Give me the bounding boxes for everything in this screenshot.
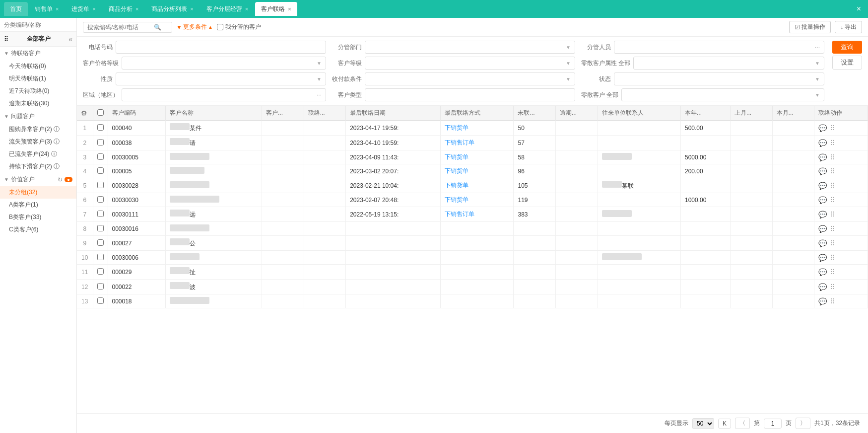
menu-icon-8[interactable]: ⠿ bbox=[830, 225, 835, 233]
row-check-11[interactable] bbox=[93, 265, 108, 280]
sidebar-item-overdue[interactable]: 逾期未联络(30) bbox=[0, 97, 76, 110]
refresh-icon[interactable]: ↻ bbox=[58, 176, 63, 183]
my-customers-checkbox[interactable]: 我分管的客户 bbox=[217, 23, 261, 31]
sidebar-search-input[interactable] bbox=[4, 21, 77, 28]
next-page-button[interactable]: 〉 bbox=[796, 418, 810, 429]
sidebar-item-tomorrow[interactable]: 明天待联络(1) bbox=[0, 72, 76, 85]
menu-icon-5[interactable]: ⠿ bbox=[830, 182, 835, 190]
sidebar-item-b-class[interactable]: B类客户(33) bbox=[0, 211, 76, 223]
main-search-input[interactable] bbox=[87, 24, 152, 31]
prev-page-button[interactable]: 〈 bbox=[735, 418, 750, 429]
customer-type-select[interactable] bbox=[365, 88, 575, 101]
menu-icon-2[interactable]: ⠿ bbox=[830, 139, 835, 147]
chat-icon-13[interactable]: 💬 bbox=[818, 297, 827, 305]
settings-icon[interactable]: ⚙ bbox=[81, 109, 87, 117]
col-checkbox[interactable] bbox=[93, 106, 108, 121]
reset-button[interactable]: 设置 bbox=[832, 56, 862, 70]
method-link-5[interactable]: 下销货单 bbox=[445, 182, 468, 189]
value-customers-section[interactable]: ▼ 价值客户 ↻ ● bbox=[0, 173, 76, 186]
chat-icon-7[interactable]: 💬 bbox=[818, 211, 827, 218]
more-conditions-button[interactable]: ▼ 更多条件 ▲ bbox=[176, 23, 213, 31]
chat-icon-9[interactable]: 💬 bbox=[818, 239, 827, 247]
row-check-5[interactable] bbox=[93, 178, 108, 193]
close-analysis-tab[interactable]: × bbox=[135, 6, 138, 12]
row-check-13[interactable] bbox=[93, 294, 108, 308]
method-link-7[interactable]: 下销售订单 bbox=[445, 211, 474, 217]
close-sales-tab[interactable]: × bbox=[56, 6, 59, 12]
close-purchase-tab[interactable]: × bbox=[92, 6, 95, 12]
chat-icon-4[interactable]: 💬 bbox=[818, 167, 827, 175]
per-page-select[interactable]: 50 bbox=[692, 418, 714, 429]
row-check-9[interactable] bbox=[93, 236, 108, 251]
problem-customers-section[interactable]: ▼ 问题客户 bbox=[0, 110, 76, 123]
menu-icon-4[interactable]: ⠿ bbox=[830, 167, 835, 175]
batch-operation-button[interactable]: ☑ 批量操作 bbox=[789, 21, 831, 33]
chat-icon-11[interactable]: 💬 bbox=[818, 268, 827, 276]
row-check-2[interactable] bbox=[93, 136, 108, 150]
tab-customer-contact[interactable]: 客户联络 × bbox=[255, 2, 297, 16]
menu-icon-3[interactable]: ⠿ bbox=[830, 153, 835, 161]
retail-customer-select[interactable]: ▼ bbox=[621, 88, 824, 101]
row-check-8[interactable] bbox=[93, 222, 108, 236]
tab-home[interactable]: 首页 bbox=[4, 2, 28, 16]
method-link-4[interactable]: 下销货单 bbox=[445, 167, 468, 174]
row-check-6[interactable] bbox=[93, 193, 108, 207]
sidebar-item-declining[interactable]: 持续下滑客户(2) ⓘ bbox=[0, 160, 76, 173]
close-customer-tier-tab[interactable]: × bbox=[245, 6, 248, 12]
chat-icon-5[interactable]: 💬 bbox=[818, 182, 827, 190]
person-select[interactable]: ··· bbox=[614, 41, 824, 54]
close-analysis-list-tab[interactable]: × bbox=[190, 6, 193, 12]
method-link-2[interactable]: 下销售订单 bbox=[445, 139, 474, 146]
tab-analysis-list[interactable]: 商品分析列表 × bbox=[145, 2, 199, 16]
menu-icon-13[interactable]: ⠿ bbox=[830, 297, 835, 305]
sidebar-item-c-class[interactable]: C类客户(6) bbox=[0, 223, 76, 236]
phone-input[interactable] bbox=[116, 41, 326, 54]
page-number-input[interactable] bbox=[764, 419, 782, 429]
query-button[interactable]: 查询 bbox=[832, 41, 862, 54]
status-select[interactable]: ▼ bbox=[614, 72, 824, 85]
chat-icon-6[interactable]: 💬 bbox=[818, 196, 827, 204]
menu-icon-9[interactable]: ⠿ bbox=[830, 239, 835, 247]
sidebar-item-abnormal[interactable]: 囤购异常客户(2) ⓘ bbox=[0, 123, 76, 136]
region-select[interactable]: ··· bbox=[122, 88, 326, 101]
method-link-1[interactable]: 下销货单 bbox=[445, 124, 468, 131]
row-check-10[interactable] bbox=[93, 251, 108, 265]
sidebar-item-today[interactable]: 今天待联络(0) bbox=[0, 60, 76, 72]
window-close-button[interactable]: × bbox=[854, 4, 864, 13]
row-check-1[interactable] bbox=[93, 121, 108, 136]
customer-grade-select[interactable]: ▼ bbox=[365, 57, 575, 70]
my-customers-check[interactable] bbox=[217, 24, 223, 30]
nature-select[interactable]: ▼ bbox=[116, 72, 326, 85]
tab-customer-tier[interactable]: 客户分层经营 × bbox=[200, 2, 254, 16]
menu-icon-7[interactable]: ⠿ bbox=[830, 211, 835, 218]
search-icon[interactable]: 🔍 bbox=[154, 24, 161, 31]
select-all-checkbox[interactable] bbox=[97, 109, 104, 116]
collapse-sidebar-icon[interactable]: « bbox=[68, 35, 72, 43]
col-gear[interactable]: ⚙ bbox=[77, 106, 93, 121]
payment-select[interactable]: ▼ bbox=[365, 72, 575, 85]
row-check-3[interactable] bbox=[93, 150, 108, 164]
price-grade-select[interactable]: ▼ bbox=[122, 57, 326, 70]
close-customer-contact-tab[interactable]: × bbox=[288, 6, 291, 12]
sidebar-item-a-class[interactable]: A类客户(1) bbox=[0, 199, 76, 211]
pending-contact-section[interactable]: ▼ 待联络客户 bbox=[0, 47, 76, 60]
menu-icon-6[interactable]: ⠿ bbox=[830, 196, 835, 204]
menu-icon-10[interactable]: ⠿ bbox=[830, 254, 835, 262]
menu-icon-1[interactable]: ⠿ bbox=[830, 124, 835, 132]
first-page-button[interactable]: K bbox=[718, 419, 731, 429]
tab-sales[interactable]: 销售单 × bbox=[29, 2, 65, 16]
chat-icon-3[interactable]: 💬 bbox=[818, 153, 827, 161]
sidebar-item-ungroup[interactable]: 未分组(32) bbox=[0, 186, 76, 199]
tab-analysis[interactable]: 商品分析 × bbox=[103, 2, 144, 16]
chat-icon-1[interactable]: 💬 bbox=[818, 124, 827, 132]
chat-icon-8[interactable]: 💬 bbox=[818, 225, 827, 233]
dept-select[interactable]: ▼ bbox=[365, 41, 575, 54]
sidebar-item-7days[interactable]: 近7天待联络(0) bbox=[0, 85, 76, 97]
chat-icon-10[interactable]: 💬 bbox=[818, 254, 827, 262]
method-link-3[interactable]: 下销货单 bbox=[445, 153, 468, 160]
method-link-6[interactable]: 下销货单 bbox=[445, 196, 468, 203]
chat-icon-2[interactable]: 💬 bbox=[818, 139, 827, 147]
sidebar-item-churned[interactable]: 已流失客户(24) ⓘ bbox=[0, 148, 76, 160]
chat-icon-12[interactable]: 💬 bbox=[818, 283, 827, 291]
all-customers-header[interactable]: ⠿ 全部客户 « bbox=[0, 32, 76, 47]
